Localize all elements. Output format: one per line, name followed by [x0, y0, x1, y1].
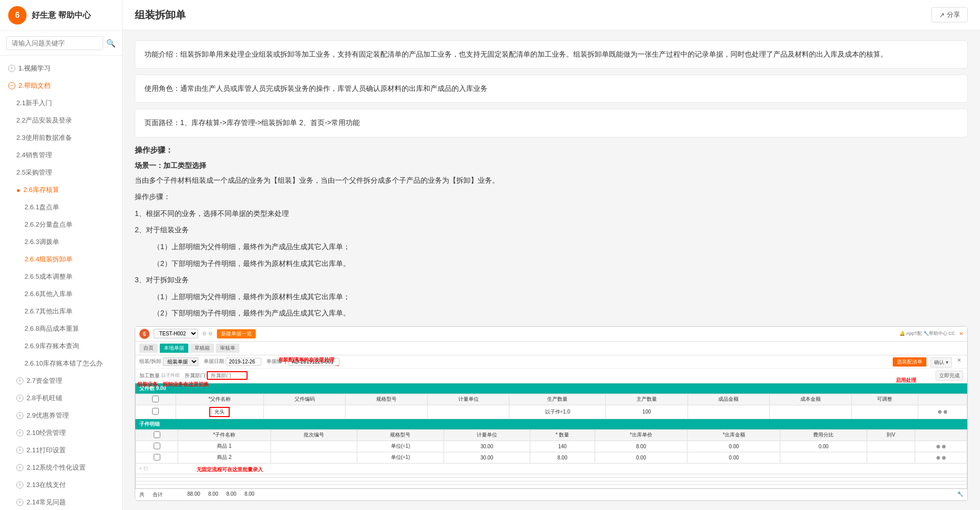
row-parent-name[interactable]: 光头	[176, 405, 263, 419]
sidebar-item-data[interactable]: 2.3使用前数据准备	[0, 129, 122, 147]
sidebar-item-assembly[interactable]: 2.6.4组装拆卸单	[0, 251, 122, 268]
sub-code-1	[271, 441, 357, 452]
step3-sub1: （1）上部明细为父件明细，最终作为原材料生成其它出库单；	[135, 290, 968, 304]
table-row: 光头 以子件÷1.0 100 ⊕ ⊗	[136, 405, 967, 419]
sidebar-item-video[interactable]: 1.视频学习	[0, 60, 122, 77]
expand-icon-coupon	[16, 412, 23, 419]
sidebar-item-label: 2.14常见问题	[27, 498, 66, 507]
sidebar-item-label: 2.6.1盘点单	[24, 203, 59, 212]
col-header-parent-code: 父件编码	[263, 394, 345, 405]
tab2[interactable]: 草稿箱	[190, 344, 214, 353]
share-button[interactable]: ↗ 分享	[932, 7, 968, 22]
row-checkbox[interactable]	[136, 405, 176, 419]
sub-col-checkbox	[136, 429, 178, 441]
sidebar-item-adjust[interactable]: 2.6.3调拨单	[0, 233, 122, 251]
table-row: 商品 1 单位(÷1) 30.00 140 8.00 0.00 0.00 ⊕ ⊗	[136, 441, 967, 452]
sub-status-1	[867, 441, 915, 452]
sidebar-item-label: 2.4销售管理	[16, 151, 52, 160]
sidebar-item-label: 2.6.3调拨单	[24, 237, 59, 247]
sidebar-item-cost-adjust[interactable]: 2.6.5成本调整单	[0, 268, 122, 285]
date-label: 单据日期	[204, 358, 224, 365]
sidebar-item-other-in[interactable]: 2.6.6其他入库单	[0, 285, 122, 303]
type-select[interactable]: 组装单据	[163, 357, 199, 366]
sidebar-item-label: 2.11打印设置	[27, 446, 66, 455]
sidebar-item-install[interactable]: 2.2产品安装及登录	[0, 112, 122, 129]
confirm-button[interactable]: 确认 ▾	[930, 357, 952, 368]
sub-action-2[interactable]: ⊕ ⊗	[915, 452, 967, 463]
logo-icon: 6	[8, 6, 27, 25]
sidebar-item-newbie[interactable]: 2.1新手入门	[0, 94, 122, 112]
sidebar-item-coupon[interactable]: 2.9优惠券管理	[0, 407, 122, 424]
sub-warehouse-2	[780, 452, 867, 463]
sidebar-item-sales[interactable]: 2.4销售管理	[0, 147, 122, 164]
sidebar-item-docs[interactable]: 2.帮助文档	[0, 77, 122, 94]
expand-icon-video	[8, 65, 15, 72]
select-all-checkbox[interactable]	[152, 396, 159, 402]
sidebar-item-label: 2.3使用前数据准备	[16, 133, 72, 142]
sidebar-item-custom[interactable]: 2.12系统个性化设置	[0, 459, 122, 476]
sub-spec-1: 单位(÷1)	[357, 441, 444, 452]
sub-col-qty: * 数量	[530, 429, 595, 441]
sub-col-status: 到V	[867, 429, 915, 441]
row-parent-code	[263, 405, 345, 419]
sidebar-item-inventory[interactable]: ● 2.6库存核算	[0, 181, 122, 199]
search-button[interactable]: 🔍	[106, 39, 116, 48]
expand-icon-faq	[16, 499, 23, 506]
sidebar-item-print[interactable]: 2.11打印设置	[0, 442, 122, 459]
col-header-adjustable: 可调整	[851, 394, 918, 405]
table-row	[136, 481, 967, 484]
sidebar-item-finance[interactable]: 2.7资金管理	[0, 372, 122, 390]
sub-row1-checkbox[interactable]	[154, 443, 160, 449]
dept-input[interactable]	[207, 371, 248, 380]
step3-sub2: （2）下部明细为子件明细，最终作为产成品生成其它入库单。	[135, 306, 968, 320]
new-bill-button[interactable]: 新建单据一览	[217, 329, 256, 338]
sub-qty-1: 140	[530, 441, 595, 452]
expand-icon-operation	[16, 429, 23, 436]
table-row	[136, 477, 967, 481]
tab-active[interactable]: 本地单据	[160, 344, 188, 353]
row-action[interactable]: ⊕ ⊗	[918, 405, 967, 419]
parent-name-input[interactable]: 光头	[209, 407, 230, 417]
sidebar-item-cost-calc[interactable]: 2.6.8商品成本重算	[0, 320, 122, 337]
date-input[interactable]	[226, 358, 261, 366]
sub-unit-1: 30.00	[444, 441, 530, 452]
save-button[interactable]: 立即完成	[936, 371, 963, 381]
sidebar-item-label: 2.1新手入门	[16, 99, 52, 108]
sub-col-amount: *出库金额	[688, 429, 780, 441]
sub-row2-checkbox[interactable]	[154, 454, 160, 460]
col-header-cost-amount: 成本金额	[770, 394, 851, 405]
role-text: 使用角色：通常由生产人员或库管人员完成拆装业务的操作，库管人员确认原材料的出库和…	[144, 84, 487, 92]
sidebar-item-label: 2.5采购管理	[16, 168, 52, 177]
expand-icon-online-pay	[16, 481, 23, 489]
select-bom-button[interactable]: 选装配清单	[893, 357, 926, 367]
sidebar-item-other-out[interactable]: 2.6.7其他出库单	[0, 303, 122, 320]
sidebar-item-stocktake[interactable]: 2.6.1盘点单	[0, 199, 122, 216]
tab3[interactable]: 审核单	[216, 344, 239, 353]
sidebar-item-mobile[interactable]: 2.8手机旺铺	[0, 390, 122, 407]
sidebar-item-purchase[interactable]: 2.5采购管理	[0, 164, 122, 181]
sub-select-all[interactable]	[154, 431, 160, 438]
sidebar-item-label: 2.8手机旺铺	[27, 394, 62, 403]
sidebar-item-operation[interactable]: 2.10经营管理	[0, 424, 122, 442]
sidebar-item-stock-check[interactable]: 2.6.9库存账本查询	[0, 337, 122, 355]
col-header-checkbox	[136, 394, 176, 405]
page-title: 组装拆卸单	[135, 8, 186, 22]
search-input[interactable]	[6, 36, 103, 50]
steps-title: 操作步骤：	[135, 145, 968, 155]
close-icon[interactable]: ✕	[957, 357, 961, 363]
row-adjustable	[851, 405, 918, 419]
qty-label: 加工数量	[139, 372, 160, 379]
sub-action-1[interactable]: ⊕ ⊗	[915, 441, 967, 452]
sidebar-item-label: 2.6.7其他出库单	[24, 307, 72, 316]
sub-col-action	[915, 429, 967, 441]
path-block: 页面路径：1、库存核算->库存管理->组装拆卸单 2、首页->常用功能	[135, 109, 968, 137]
sidebar-item-online-pay[interactable]: 2.13在线支付	[0, 476, 122, 494]
sub-code-2	[271, 452, 357, 463]
row-checkbox-1[interactable]	[152, 408, 159, 415]
sidebar-item-faq[interactable]: 2.14常见问题	[0, 494, 122, 510]
sidebar-item-split-stocktake[interactable]: 2.6.2分量盘点单	[0, 216, 122, 233]
col-header-produce-qty: 生产数量	[509, 394, 606, 405]
table-row	[136, 484, 967, 488]
company-select[interactable]: TEST-H002	[154, 329, 198, 338]
sidebar-item-stock-error[interactable]: 2.6.10库存账本错了怎么办	[0, 355, 122, 372]
